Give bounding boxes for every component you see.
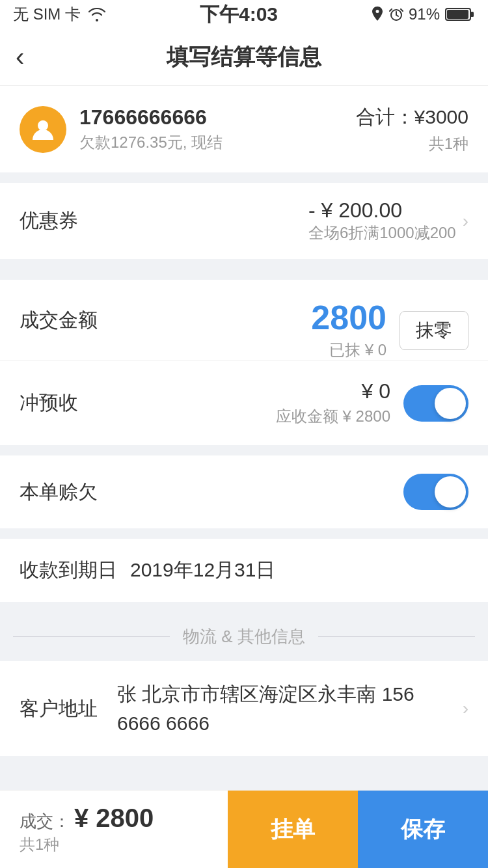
user-card: 17666666666 欠款1276.35元, 现结 合计：¥3000 共1种: [0, 86, 488, 172]
debt-toggle[interactable]: [403, 474, 468, 510]
page-title: 填写结算等信息: [167, 42, 321, 72]
svg-rect-5: [447, 10, 468, 19]
coupon-discount: - ¥ 200.00: [308, 198, 456, 223]
status-time: 下午4:03: [200, 1, 278, 28]
deal-amount-value: 2800: [311, 298, 386, 337]
status-left: 无 SIM 卡: [13, 4, 107, 25]
svg-rect-4: [470, 12, 474, 17]
header-line-left: [13, 636, 170, 637]
precharge-amount: ¥ 0: [276, 379, 390, 403]
status-bar: 无 SIM 卡 下午4:03 91%: [0, 0, 488, 29]
user-count: 共1种: [356, 133, 468, 154]
deal-amount-label: 成交金额: [20, 298, 98, 334]
logistics-section-header: 物流 & 其他信息: [0, 612, 488, 661]
no-sim-label: 无 SIM 卡: [13, 4, 81, 25]
bottom-deal-label: 成交：: [20, 810, 70, 833]
user-subtext: 欠款1276.35元, 现结: [79, 132, 223, 153]
header-line-right: [318, 636, 475, 637]
save-button[interactable]: 保存: [358, 791, 488, 869]
coupon-row[interactable]: 优惠券 - ¥ 200.00 全场6折满1000减200 ›: [0, 183, 488, 259]
deal-amount-sub: 已抹 ¥ 0: [311, 340, 386, 360]
duedate-value: 2019年12月31日: [130, 557, 275, 584]
nav-bar: ‹ 填写结算等信息: [0, 29, 488, 86]
duedate-row: 收款到期日 2019年12月31日: [0, 539, 488, 602]
coupon-chevron-icon: ›: [463, 211, 468, 232]
back-button[interactable]: ‹: [16, 42, 24, 72]
precharge-receivable: 应收金额 ¥ 2800: [276, 406, 390, 427]
location-icon: [371, 7, 384, 22]
coupon-desc: 全场6折满1000减200: [308, 223, 456, 243]
address-row[interactable]: 客户地址 张 北京市市辖区海淀区永丰南 156 6666 6666 ›: [0, 661, 488, 756]
bottom-bar: 成交： ¥ 2800 共1种 挂单 保存: [0, 790, 488, 868]
precharge-toggle[interactable]: [403, 385, 468, 422]
bottom-info: 成交： ¥ 2800 共1种: [0, 804, 228, 855]
hang-order-button[interactable]: 挂单: [228, 791, 358, 869]
bottom-amount: ¥ 2800: [74, 804, 154, 833]
precharge-row: 冲预收 ¥ 0 应收金额 ¥ 2800: [0, 360, 488, 445]
status-right: 91%: [371, 5, 475, 23]
user-total: 合计：¥3000: [356, 104, 468, 131]
coupon-label: 优惠券: [20, 208, 78, 234]
avatar: [20, 106, 66, 153]
debt-row: 本单赊欠: [0, 455, 488, 528]
battery-icon: [445, 7, 475, 22]
address-label: 客户地址: [20, 696, 98, 722]
deal-amount-row: 成交金额 2800 已抹 ¥ 0 抹零: [0, 280, 488, 360]
user-phone: 17666666666: [79, 105, 223, 129]
debt-label: 本单赊欠: [20, 479, 98, 506]
section-separator-2: [0, 445, 488, 455]
precharge-label: 冲预收: [20, 390, 78, 416]
address-value: 张 北京市市辖区海淀区永丰南 156 6666 6666: [117, 679, 456, 738]
svg-point-6: [38, 120, 48, 131]
bottom-count: 共1种: [20, 834, 208, 855]
duedate-label: 收款到期日: [20, 557, 117, 584]
logistics-header-text: 物流 & 其他信息: [183, 625, 305, 648]
battery-percent: 91%: [409, 5, 440, 23]
wifi-icon: [87, 7, 107, 21]
address-chevron-icon: ›: [463, 698, 468, 719]
svg-line-2: [396, 15, 398, 16]
alarm-icon: [389, 7, 403, 22]
section-separator-1: [0, 269, 488, 280]
round-zero-button[interactable]: 抹零: [400, 311, 468, 350]
